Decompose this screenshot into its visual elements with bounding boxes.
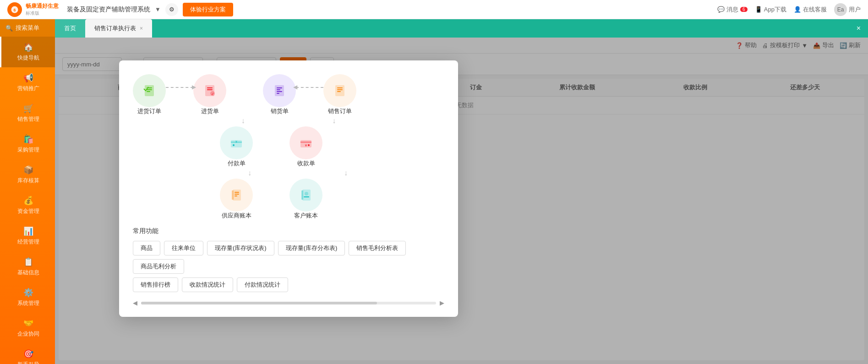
receipt-icon: ¥	[289, 126, 322, 159]
svg-rect-4	[147, 89, 152, 90]
sidebar-label-quick-nav: 快捷导航	[17, 54, 39, 62]
sidebar-item-collab[interactable]: 🤝 企业协同	[0, 313, 55, 343]
purchase-icon: 🛍️	[23, 134, 33, 144]
download-icon: 📱	[755, 6, 762, 13]
func-btn-payment-stat[interactable]: 付款情况统计	[237, 277, 288, 292]
sidebar-label-finance: 资金管理	[17, 207, 39, 215]
func-btn-goods[interactable]: 商品	[133, 241, 160, 255]
tab-sales-order[interactable]: 销售订单执行表 ×	[85, 19, 152, 38]
sales-order-icon	[323, 74, 356, 107]
tab-active-label: 销售订单执行表	[94, 24, 136, 33]
logo-main-text: 畅康通好生意	[26, 2, 59, 10]
message-button[interactable]: 💬 消息 6	[717, 5, 748, 14]
management-icon: 📊	[23, 226, 33, 236]
user-label: 用户	[849, 5, 861, 14]
arrow-down-payment: ↓	[220, 168, 279, 179]
sidebar-item-management[interactable]: 📊 经营管理	[0, 221, 55, 251]
purchase-icon: ✓	[193, 74, 226, 107]
svg-text:✓: ✓	[211, 92, 214, 96]
system-dropdown[interactable]: ▼	[155, 6, 161, 13]
svg-rect-14	[277, 91, 282, 92]
svg-text:6: 6	[13, 7, 16, 12]
svg-rect-13	[277, 89, 280, 90]
sidebar-label-management: 经营管理	[17, 238, 39, 246]
search-icon: 🔍	[5, 25, 13, 32]
customer-book-label: 客户账本	[294, 212, 318, 220]
func-btn-receipt-stat[interactable]: 收款情况统计	[182, 277, 233, 292]
spacer-d2-1	[133, 168, 220, 179]
logo-sub-text: 标准版	[26, 10, 59, 16]
tab-home[interactable]: 首页	[55, 19, 85, 38]
scroll-track	[141, 302, 436, 304]
sidebar-label-sales: 销售管理	[17, 115, 39, 123]
settings-button[interactable]: ⚙	[165, 3, 178, 16]
sidebar-item-purchase[interactable]: 🛍️ 采购管理	[0, 129, 55, 159]
purchase-order-label: 进货订单	[137, 107, 161, 115]
gear-icon: ⚙	[169, 6, 175, 13]
sidebar-item-sales[interactable]: 🛒 销售管理	[0, 98, 55, 129]
flow-node-payment: ¥ 付款单	[220, 126, 253, 168]
payment-icon: ¥	[220, 126, 253, 159]
func-btn-stock-status[interactable]: 现存量(库存状况表)	[207, 241, 274, 255]
func-btn-contacts[interactable]: 往来单位	[164, 241, 203, 255]
func-btn-goods-gross[interactable]: 商品毛利分析	[133, 259, 184, 274]
app-download-button[interactable]: 📱 App下载	[755, 5, 786, 14]
func-btn-sales-rank[interactable]: 销售排行榜	[133, 277, 178, 292]
sidebar-item-finance[interactable]: 💰 资金管理	[0, 190, 55, 221]
svg-point-35	[305, 192, 308, 196]
sidebar: 🔍 搜索菜单 🏠 快捷导航 📢 营销推广 🛒 销售管理 🛍️ 采购管理 📦	[0, 19, 55, 364]
svg-rect-30	[235, 192, 239, 193]
svg-rect-12	[277, 87, 282, 88]
flow-node-sale: 销货单	[263, 74, 296, 115]
scroll-right-arrow[interactable]: ▶	[440, 299, 444, 306]
sidebar-item-guide[interactable]: 🎯 新手引导	[0, 343, 55, 364]
system-title: 装备及固定资产辅助管理系统	[67, 5, 150, 14]
user-area[interactable]: Ea 用户	[834, 3, 861, 16]
customer-book-icon	[289, 179, 322, 212]
sales-icon: 🛒	[23, 103, 33, 114]
logo-text: 畅康通好生意 标准版	[26, 2, 59, 16]
inventory-icon: 📦	[23, 165, 33, 175]
sidebar-item-inventory[interactable]: 📦 库存核算	[0, 159, 55, 190]
svg-rect-18	[337, 89, 343, 90]
svg-rect-32	[235, 196, 237, 196]
scroll-left-arrow[interactable]: ◀	[133, 299, 137, 306]
sale-label: 销货单	[271, 107, 289, 115]
online-service-button[interactable]: 👤 在线客服	[794, 5, 827, 14]
tab-close-button[interactable]: ×	[140, 25, 143, 32]
sidebar-label-collab: 企业协同	[17, 330, 39, 338]
sidebar-item-basic[interactable]: 📋 基础信息	[0, 251, 55, 282]
message-label: 消息	[726, 5, 738, 14]
scroll-thumb[interactable]	[141, 302, 377, 304]
sale-icon	[263, 74, 296, 107]
func-btn-stock-dist[interactable]: 现存量(库存分布表)	[278, 241, 345, 255]
svg-rect-31	[235, 194, 239, 195]
sidebar-item-marketing[interactable]: 📢 营销推广	[0, 67, 55, 98]
modal-overlay: 进货订单 ▶ ✓	[55, 38, 868, 364]
logo-icon: 6	[7, 2, 22, 17]
tab-bar-close-button[interactable]: ×	[857, 24, 868, 33]
svg-rect-25	[300, 141, 311, 143]
sidebar-label-marketing: 营销推广	[17, 85, 39, 92]
func-buttons-row-1: 商品 往来单位 现存量(库存状况表) 现存量(库存分布表) 销售毛利分析表 商品…	[133, 241, 444, 274]
flow-node-sales-order: 销售订单	[323, 74, 356, 115]
try-button[interactable]: 体验行业方案	[183, 3, 233, 16]
sidebar-label-basic: 基础信息	[17, 269, 39, 277]
func-btn-gross-analysis[interactable]: 销售毛利分析表	[349, 241, 406, 255]
sidebar-item-quick-nav[interactable]: 🏠 快捷导航	[0, 37, 55, 67]
home-icon: 🏠	[23, 42, 33, 52]
spacer-down-3	[271, 115, 306, 126]
spacer-d2-2	[279, 168, 316, 179]
sidebar-label-guide: 新手引导	[17, 361, 39, 364]
flow-node-receipt: ¥ 收款单	[289, 126, 322, 168]
purchase-order-icon	[133, 74, 166, 107]
sidebar-item-system[interactable]: ⚙️ 系统管理	[0, 282, 55, 313]
supplier-book-icon	[220, 179, 253, 212]
svg-rect-36	[304, 196, 309, 197]
guide-icon: 🎯	[23, 349, 33, 359]
search-menu-item[interactable]: 🔍 搜索菜单	[0, 19, 55, 37]
arrow-down-receipt: ↓	[316, 168, 376, 179]
spacer-down-4	[362, 115, 388, 126]
arrow-down-purchase: ↓	[215, 115, 271, 126]
flow-node-customer-book: 客户账本	[289, 179, 322, 220]
